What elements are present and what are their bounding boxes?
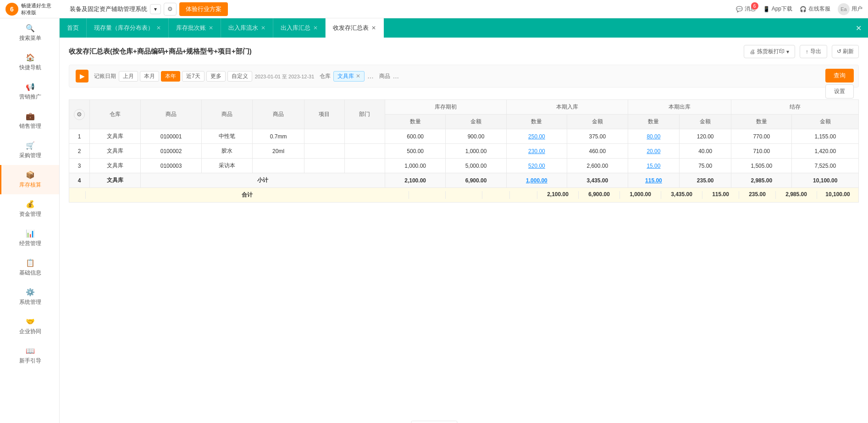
cell-warehouse: 文具库 bbox=[90, 159, 141, 173]
tab-stock-dist[interactable]: 现存量（库存分布表） ✕ bbox=[87, 18, 169, 38]
warehouse-more-btn[interactable]: ... bbox=[367, 72, 373, 80]
cell-goods-spec bbox=[253, 159, 304, 173]
tab-batch[interactable]: 库存批次账 ✕ bbox=[169, 18, 221, 38]
cell-in-qty[interactable]: 520.00 bbox=[506, 159, 567, 173]
sidebar-label-newbie: 新手引导 bbox=[19, 357, 41, 365]
cell-out-amt: 40.00 bbox=[680, 144, 731, 159]
tab-home[interactable]: 首页 bbox=[60, 18, 87, 38]
user-avatar: Ea bbox=[838, 3, 850, 15]
th-warehouse: 仓库 bbox=[90, 100, 141, 129]
user-btn[interactable]: Ea 用户 bbox=[838, 3, 862, 15]
th-group-balance: 结存 bbox=[731, 100, 859, 115]
cell-project bbox=[304, 129, 345, 144]
th-out-qty: 数量 bbox=[628, 115, 680, 129]
warehouse-tag-close[interactable]: ✕ bbox=[356, 73, 360, 79]
tab-inout-flow[interactable]: 出入库流水 ✕ bbox=[221, 18, 273, 38]
tab-receipt-summary[interactable]: 收发存汇总表 ✕ bbox=[326, 18, 384, 38]
messages-btn[interactable]: 💬 消息 6 bbox=[736, 5, 756, 13]
system-select[interactable]: ▾ bbox=[150, 4, 161, 14]
sidebar-label-basic: 基础信息 bbox=[19, 269, 41, 277]
date-filter-group: 记账日期 上月 本月 本年 近7天 更多 自定义 2023-01-01 至 20… bbox=[94, 71, 314, 82]
cell-goods-spec: 0.7mm bbox=[253, 129, 304, 144]
tab-bar-close[interactable]: ✕ bbox=[849, 24, 868, 33]
tab-close-stock-dist[interactable]: ✕ bbox=[156, 25, 161, 31]
subtotal-in-qty[interactable]: 1,000.00 bbox=[506, 173, 567, 188]
sidebar-item-quick[interactable]: 🏠 快捷导航 bbox=[0, 48, 59, 77]
th-settings[interactable]: ⚙ bbox=[69, 100, 90, 129]
sidebar-item-finance[interactable]: 💰 资金管理 bbox=[0, 194, 59, 224]
export-button[interactable]: ↑ 导出 bbox=[800, 45, 827, 58]
tab-inout-summary[interactable]: 出入库汇总 ✕ bbox=[273, 18, 326, 38]
subtotal-open-amt: 6,900.00 bbox=[446, 173, 506, 188]
total-in-qty: 1,000.00 bbox=[620, 191, 661, 199]
subtotal-out-qty[interactable]: 115.00 bbox=[628, 173, 680, 188]
total-bal-amt: 10,100.00 bbox=[817, 191, 858, 199]
sidebar-item-basic[interactable]: 📋 基础信息 bbox=[0, 253, 59, 282]
page-inner: 收发存汇总表(按仓库+商品编码+商品+规格型号+项目+部门) 🖨 拣货板打印 ▾… bbox=[60, 38, 868, 423]
online-service-btn[interactable]: 🎧 在线客服 bbox=[800, 5, 830, 13]
tab-close-inout-flow[interactable]: ✕ bbox=[261, 25, 265, 31]
cell-out-qty[interactable]: 80.00 bbox=[628, 129, 680, 144]
sidebar-item-operations[interactable]: 📊 经营管理 bbox=[0, 224, 59, 253]
print-button[interactable]: 🖨 拣货板打印 ▾ bbox=[744, 45, 795, 58]
expand-conditions-button[interactable]: ▾ 展开更多条件 bbox=[411, 421, 457, 423]
cell-goods-code: 0100001 bbox=[141, 129, 201, 144]
sidebar-item-purchase[interactable]: 🛒 采购管理 bbox=[0, 136, 59, 165]
cell-goods-name: 胶水 bbox=[201, 144, 252, 159]
logo-area: 6 畅捷通好生意 标准版 bbox=[6, 2, 65, 16]
system-icon: ⚙️ bbox=[26, 288, 35, 297]
sidebar-item-search[interactable]: 🔍 搜索菜单 bbox=[0, 18, 59, 48]
messages-badge: 6 bbox=[751, 2, 758, 10]
refresh-button[interactable]: ↺ 刷新 bbox=[832, 45, 859, 58]
app-download-btn[interactable]: 📱 App下载 bbox=[763, 5, 792, 13]
sidebar-item-system[interactable]: ⚙️ 系统管理 bbox=[0, 282, 59, 312]
sidebar-item-newbie[interactable]: 📖 新手引导 bbox=[0, 341, 59, 370]
date-btn-7days[interactable]: 近7天 bbox=[182, 71, 205, 82]
sidebar-item-collab[interactable]: 🤝 企业协同 bbox=[0, 312, 59, 341]
cell-in-amt: 2,600.00 bbox=[567, 159, 628, 173]
filter-settings-button[interactable]: 设置 bbox=[825, 84, 854, 99]
cell-bal-amt: 1,155.00 bbox=[792, 129, 859, 144]
subtotal-row: 4 文具库 小计 2,100.00 6,900.00 1,000.00 3,43… bbox=[69, 173, 859, 188]
tab-close-batch[interactable]: ✕ bbox=[209, 25, 213, 31]
tab-close-receipt-summary[interactable]: ✕ bbox=[371, 25, 376, 31]
system-area: 装备及固定资产辅助管理系统 ▾ ⚙ 体验行业方案 bbox=[70, 2, 731, 16]
cell-open-amt: 5,000.00 bbox=[446, 159, 506, 173]
page-content: 收发存汇总表(按仓库+商品编码+商品+规格型号+项目+部门) 🖨 拣货板打印 ▾… bbox=[60, 38, 868, 423]
sidebar-label-purchase: 采购管理 bbox=[19, 152, 41, 159]
table-row: 3 文具库 0100003 采访本 1,000.00 5,000.00 520.… bbox=[69, 159, 859, 173]
gear-button[interactable]: ⚙ bbox=[164, 3, 177, 16]
newbie-icon: 📖 bbox=[26, 346, 35, 355]
date-btn-this-month[interactable]: 本月 bbox=[140, 71, 159, 82]
cell-in-amt: 375.00 bbox=[567, 129, 628, 144]
date-btn-this-year[interactable]: 本年 bbox=[161, 71, 180, 82]
sidebar-item-sales[interactable]: 💼 销售管理 bbox=[0, 106, 59, 136]
cell-out-qty[interactable]: 20.00 bbox=[628, 144, 680, 159]
top-right-area: 💬 消息 6 📱 App下载 🎧 在线客服 Ea 用户 bbox=[736, 3, 862, 15]
filter-toggle-button[interactable]: ▶ bbox=[76, 70, 88, 82]
query-button[interactable]: 查询 bbox=[825, 69, 854, 82]
total-open-qty: 2,100.00 bbox=[537, 191, 579, 199]
goods-more-btn[interactable]: ... bbox=[393, 72, 399, 80]
th-in-amt: 金额 bbox=[567, 115, 628, 129]
cell-out-qty[interactable]: 15.00 bbox=[628, 159, 680, 173]
date-btn-more[interactable]: 更多 bbox=[206, 71, 226, 82]
settings-circle[interactable]: ⚙ bbox=[74, 109, 85, 120]
date-btn-last-month[interactable]: 上月 bbox=[119, 71, 138, 82]
tab-close-inout-summary[interactable]: ✕ bbox=[313, 25, 318, 31]
date-btn-custom[interactable]: 自定义 bbox=[227, 71, 252, 82]
cell-out-amt: 75.00 bbox=[680, 159, 731, 173]
page-title-actions: 🖨 拣货板打印 ▾ ↑ 导出 ↺ 刷新 bbox=[744, 45, 859, 58]
logo-text: 畅捷通好生意 标准版 bbox=[21, 2, 51, 16]
sidebar-item-marketing[interactable]: 📢 营销推广 bbox=[0, 77, 59, 106]
cell-in-qty[interactable]: 230.00 bbox=[506, 144, 567, 159]
cell-in-qty[interactable]: 250.00 bbox=[506, 129, 567, 144]
sidebar-item-inventory[interactable]: 📦 库存核算 bbox=[0, 165, 59, 194]
trial-button[interactable]: 体验行业方案 bbox=[179, 2, 228, 16]
warehouse-filter-label: 仓库 bbox=[320, 72, 331, 80]
system-title: 装备及固定资产辅助管理系统 bbox=[70, 5, 147, 13]
cell-open-qty: 600.00 bbox=[385, 129, 445, 144]
sidebar: 🔍 搜索菜单 🏠 快捷导航 📢 营销推广 💼 销售管理 🛒 采购管理 📦 库存核… bbox=[0, 18, 60, 423]
export-icon: ↑ bbox=[806, 49, 808, 55]
table-row: 2 文具库 0100002 胶水 20ml 500.00 1,000.00 23… bbox=[69, 144, 859, 159]
